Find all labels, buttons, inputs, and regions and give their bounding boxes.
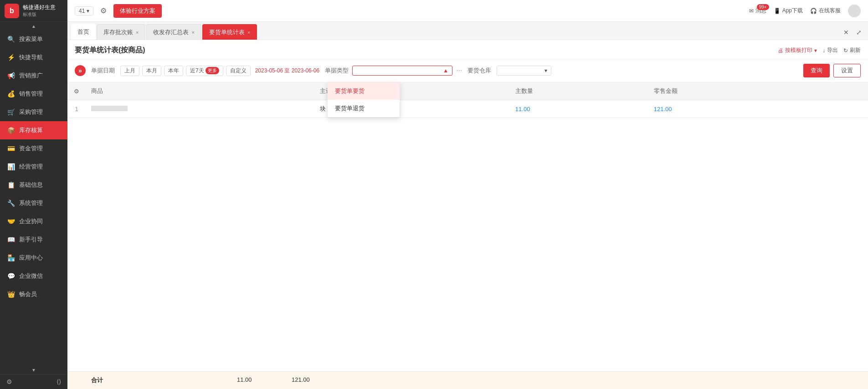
sidebar-item-appcenter[interactable]: 🏪 应用中心	[0, 249, 67, 267]
export-button[interactable]: ↓ 导出	[822, 46, 838, 54]
topbar-right: ✉ 消息 99+ 📱 App下载 🎧 在线客服	[749, 5, 861, 17]
user-avatar[interactable]	[848, 5, 861, 17]
filter-bar: » 单据日期 上月 本月 本年 近7天 更多 自定义 2023-05-06 至 …	[67, 59, 868, 82]
row-extra	[815, 100, 868, 118]
tabs-close-all-button[interactable]: ✕	[841, 27, 852, 38]
date-last-month[interactable]: 上月	[120, 66, 139, 76]
date-last-7days[interactable]: 近7天 更多	[186, 66, 223, 76]
date-filter-label: 单据日期	[91, 67, 115, 75]
warehouse-filter-label: 要货仓库	[467, 67, 491, 75]
type-select-arrow-icon[interactable]: ▲	[443, 67, 448, 74]
page-title: 要货单统计表(按商品)	[75, 46, 145, 55]
sidebar-item-guide[interactable]: 📖 新手引导	[0, 230, 67, 249]
sidebar-footer: ⚙ ⟨⟩	[0, 374, 67, 389]
page-actions: 🖨 按模板打印 ▾ ↓ 导出 ↻ 刷新	[778, 46, 861, 54]
sidebar-item-baseinfo[interactable]: 📋 基础信息	[0, 176, 67, 194]
app-download-button[interactable]: 📱 App下载	[774, 7, 803, 15]
logo-text: 畅捷通好生意 标准版	[23, 4, 56, 18]
message-button[interactable]: ✉ 消息 99+	[749, 7, 766, 15]
topbar-left: 41 ▾ ⚙ 体验行业方案	[75, 4, 162, 18]
trial-button[interactable]: 体验行业方案	[113, 4, 162, 18]
sidebar-scroll-up[interactable]: ▲	[0, 22, 67, 30]
purchase-icon: 🛒	[6, 107, 15, 117]
tab-receive-send[interactable]: 收发存汇总表 ×	[146, 24, 201, 40]
table-col-extra	[815, 82, 868, 100]
print-dropdown-icon: ▾	[814, 47, 817, 54]
quicknav-icon: ⚡	[6, 53, 15, 62]
sidebar-settings-icon[interactable]: ⚙	[6, 378, 12, 385]
sidebar-item-management[interactable]: 📊 经营管理	[0, 158, 67, 176]
sidebar-item-enterprise[interactable]: 🤝 企业协同	[0, 212, 67, 230]
row-amount: 121.00	[648, 100, 816, 118]
tab-home[interactable]: 首页	[71, 24, 96, 40]
table-setting-button[interactable]: 设置	[833, 64, 861, 77]
tab-close-inventory-batch[interactable]: ×	[136, 30, 139, 35]
sidebar-item-finance[interactable]: 💳 资金管理	[0, 139, 67, 158]
footer-total-label: 合计	[91, 376, 182, 384]
sidebar-scroll-down[interactable]: ▼	[0, 366, 67, 374]
sidebar-collapse-icon[interactable]: ⟨⟩	[56, 378, 61, 385]
sidebar-item-purchase[interactable]: 🛒 采购管理	[0, 103, 67, 121]
sales-icon: 💰	[6, 89, 15, 98]
sidebar-item-search[interactable]: 🔍 搜索菜单	[0, 30, 67, 48]
store-selector[interactable]: 41 ▾	[75, 6, 93, 15]
topbar: 41 ▾ ⚙ 体验行业方案 ✉ 消息 99+ 📱 App下载 🎧 在线客服	[67, 0, 868, 22]
tab-inventory-batch[interactable]: 库存批次账 ×	[97, 24, 145, 40]
dropdown-item-order-return[interactable]: 要货单退货	[328, 100, 400, 117]
marketing-icon: 📢	[6, 71, 15, 80]
sidebar-item-quicknav[interactable]: ⚡ 快捷导航	[0, 48, 67, 67]
table-col-qty: 主数量	[510, 82, 648, 100]
sidebar-items: 🔍 搜索菜单 ⚡ 快捷导航 📢 营销推广 💰 销售管理 🛒 采购管理 📦 库存核…	[0, 30, 67, 366]
query-button[interactable]: 查询	[803, 64, 830, 77]
table-col-settings[interactable]: ⚙	[67, 82, 86, 100]
inventory-icon: 📦	[6, 126, 15, 135]
sidebar-logo: b 畅捷通好生意 标准版	[0, 0, 67, 22]
enterprise-icon: 🤝	[6, 217, 15, 226]
sidebar-item-sales[interactable]: 💰 销售管理	[0, 85, 67, 103]
row-product	[86, 100, 314, 118]
guide-icon: 📖	[6, 235, 15, 244]
headset-icon: 🎧	[810, 8, 817, 14]
dropdown-arrow-icon: ▾	[87, 8, 89, 14]
type-dropdown-menu: 要货单要货 要货单退货	[327, 82, 400, 118]
baseinfo-icon: 📋	[6, 180, 15, 189]
message-badge: 99+	[757, 4, 769, 10]
filter-action-buttons: 查询 设置	[803, 64, 861, 77]
logo-icon: b	[5, 4, 19, 18]
footer-qty-value: 11.00	[237, 376, 292, 384]
corpwechat-icon: 💬	[6, 271, 15, 281]
date-this-month[interactable]: 本月	[142, 66, 161, 76]
sidebar-item-corpwechat[interactable]: 💬 企业微信	[0, 267, 67, 285]
sidebar-item-member[interactable]: 👑 畅会员	[0, 285, 67, 303]
dropdown-item-order-goods[interactable]: 要货单要货	[328, 82, 400, 100]
type-filter-label: 单据类型	[325, 67, 349, 75]
search-icon: 🔍	[6, 35, 15, 44]
more-badge: 更多	[205, 67, 219, 74]
warehouse-select[interactable]: ▾	[497, 66, 551, 76]
message-icon: ✉	[749, 8, 754, 14]
main-content: 41 ▾ ⚙ 体验行业方案 ✉ 消息 99+ 📱 App下载 🎧 在线客服	[67, 0, 868, 389]
refresh-button[interactable]: ↻ 刷新	[843, 46, 861, 54]
table-footer: 合计 11.00 121.00	[67, 371, 868, 389]
export-icon: ↓	[822, 47, 825, 54]
filter-expand-button[interactable]: »	[75, 65, 86, 76]
tabs-expand-button[interactable]: ⤢	[853, 27, 864, 38]
tab-close-order-stats[interactable]: ×	[247, 30, 250, 35]
date-this-year[interactable]: 本年	[164, 66, 183, 76]
row-qty: 11.00	[510, 100, 648, 118]
online-service-button[interactable]: 🎧 在线客服	[810, 7, 841, 15]
tabs-right-controls: ✕ ⤢	[841, 27, 864, 40]
type-select-input[interactable]	[356, 67, 443, 74]
warehouse-dropdown-icon: ▾	[544, 67, 547, 74]
table-row: 1 块 11.00 121.00	[67, 100, 868, 118]
sidebar-item-system[interactable]: 🔧 系统管理	[0, 194, 67, 212]
date-custom[interactable]: 自定义	[226, 66, 251, 76]
more-filters-icon[interactable]: ···	[456, 67, 462, 75]
topbar-gear-button[interactable]: ⚙	[97, 5, 110, 17]
sidebar-item-inventory[interactable]: 📦 库存核算	[0, 121, 67, 139]
tab-close-receive-send[interactable]: ×	[191, 30, 194, 35]
print-button[interactable]: 🖨 按模板打印 ▾	[778, 46, 817, 54]
tab-order-stats[interactable]: 要货单统计表 ×	[202, 24, 257, 40]
sidebar-item-marketing[interactable]: 📢 营销推广	[0, 67, 67, 85]
type-select[interactable]: ▲	[352, 66, 452, 76]
